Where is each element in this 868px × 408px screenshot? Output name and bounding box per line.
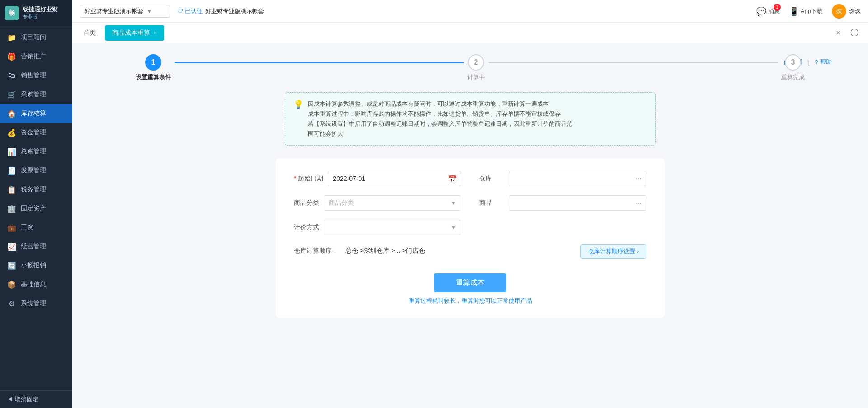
unpin-label: ◀ 取消固定	[7, 395, 38, 403]
sidebar-header: 畅 畅捷通好业财 专业版	[0, 0, 72, 26]
info-line-4: 围可能会扩大	[308, 129, 572, 139]
avatar-image: 珠	[832, 4, 846, 19]
warehouse-order-btn[interactable]: 仓库计算顺序设置 ›	[580, 244, 646, 259]
account-select[interactable]: 好业财专业版演示帐套 ▼	[80, 5, 170, 18]
more-dots-icon: ···	[636, 199, 642, 207]
pricing-label: 计价方式	[294, 223, 319, 232]
sidebar-item-project[interactable]: 📁 项目顾问	[0, 28, 72, 47]
step-1-label: 设置重算条件	[136, 73, 171, 81]
form-section: 起始日期 2022-07-01 📅 仓库 ··· 商品分类	[276, 158, 665, 318]
sidebar-item-invoice[interactable]: 🧾 发票管理	[0, 161, 72, 180]
sidebar-unpin[interactable]: ◀ 取消固定	[0, 390, 72, 408]
recalc-hint: 重算过程耗时较长，重算时您可以正常使用产品	[409, 297, 532, 305]
svg-text:珠: 珠	[836, 8, 842, 15]
tab-home-label: 首页	[83, 29, 96, 37]
sidebar-item-inventory[interactable]: 🏠 库存核算	[0, 104, 72, 123]
sidebar-item-sales[interactable]: 🛍 销售管理	[0, 66, 72, 85]
info-box: 💡 因成本计算参数调整、或是对商品成本有疑问时，可以通过成本重算功能，重新计算一…	[285, 92, 656, 146]
product-input[interactable]: ···	[509, 195, 646, 211]
user-menu[interactable]: 珠 珠珠	[832, 4, 861, 19]
form-warehouse-order-row: 仓库计算顺序： 总仓->深圳仓库->...->门店仓 仓库计算顺序设置 ›	[294, 244, 646, 259]
sidebar-item-system[interactable]: ⚙ 系统管理	[0, 294, 72, 313]
topbar-right: 💬 消息 1 📱 App下载 珠 珠珠	[756, 4, 861, 19]
step-1: 1 设置重算条件	[136, 54, 171, 81]
step-3: 3 重算完成	[781, 54, 805, 81]
content-area: 1 设置重算条件 2 计算中 3 重算完成	[72, 43, 868, 408]
recalc-button[interactable]: 重算成本	[434, 273, 506, 292]
sidebar-item-marketing[interactable]: 🎁 营销推广	[0, 47, 72, 66]
form-group-product: 商品 ···	[479, 195, 646, 211]
sidebar-item-asset[interactable]: 🏢 固定资产	[0, 199, 72, 218]
avatar: 珠	[832, 4, 846, 19]
info-line-1: 因成本计算参数调整、或是对商品成本有疑问时，可以通过成本重算功能，重新计算一遍成…	[308, 99, 572, 109]
sidebar-item-purchase[interactable]: 🛒 采购管理	[0, 85, 72, 104]
category-select[interactable]: 商品分类 ▼	[324, 195, 461, 211]
salary-icon: 💼	[7, 223, 16, 232]
sidebar-item-salary[interactable]: 💼 工资	[0, 218, 72, 237]
chevron-down-icon: ▼	[451, 224, 456, 231]
help-icon: ?	[815, 59, 818, 66]
warehouse-order-value: 总仓->深圳仓库->...->门店仓	[345, 244, 576, 255]
sidebar-item-operation[interactable]: 📈 经营管理	[0, 237, 72, 256]
sidebar-item-basic[interactable]: 📦 基础信息	[0, 275, 72, 294]
sidebar-item-finance[interactable]: 💰 资金管理	[0, 123, 72, 142]
sidebar-item-tax[interactable]: 📋 税务管理	[0, 180, 72, 199]
expand-button[interactable]: ⛶	[848, 27, 861, 39]
step-2-circle: 2	[468, 54, 484, 71]
invoice-icon: 🧾	[7, 166, 16, 175]
sidebar-nav: 📁 项目顾问 🎁 营销推广 🛍 销售管理 🛒 采购管理 🏠 库存核算 💰 资金管…	[0, 26, 72, 390]
start-date-value: 2022-07-01	[333, 175, 444, 182]
shield-icon: 🛡	[177, 8, 183, 14]
expense-icon: 🔄	[7, 261, 16, 270]
asset-icon: 🏢	[7, 204, 16, 213]
info-line-2: 成本重算过程中，影响库存账的操作均不能操作，比如进货单、销货单、库存单据不能审核…	[308, 109, 572, 119]
sidebar-item-label: 工资	[21, 223, 33, 232]
more-dots-icon: ···	[636, 175, 642, 183]
step-3-circle: 3	[785, 54, 801, 71]
system-icon: ⚙	[7, 299, 16, 308]
recalc-button-label: 重算成本	[456, 278, 485, 288]
main-area: 好业财专业版演示帐套 ▼ 🛡 已认证 好业财专业版演示帐套 💬 消息 1 📱 A…	[72, 0, 868, 408]
sidebar-item-label: 总账管理	[21, 147, 46, 156]
tabbar: 首页 商品成本重算 × × ⛶	[72, 23, 868, 43]
phone-icon: 📱	[789, 6, 799, 16]
form-group-start-date: 起始日期 2022-07-01 📅	[294, 171, 461, 186]
inventory-icon: 🏠	[7, 109, 16, 118]
marketing-icon: 🎁	[7, 52, 16, 61]
sidebar-item-label: 税务管理	[21, 185, 46, 194]
help-link[interactable]: ? 帮助	[815, 58, 832, 66]
form-group-category: 商品分类 商品分类 ▼	[294, 195, 461, 211]
start-date-input[interactable]: 2022-07-01 📅	[328, 171, 461, 186]
calendar-icon[interactable]: 📅	[448, 175, 457, 183]
project-icon: 📁	[7, 33, 16, 42]
step-3-label: 重算完成	[781, 73, 805, 81]
sidebar-item-label: 采购管理	[21, 90, 46, 99]
sidebar: 畅 畅捷通好业财 专业版 📁 项目顾问 🎁 营销推广 🛍 销售管理 🛒 采购管理…	[0, 0, 72, 408]
warehouse-order-btn-label: 仓库计算顺序设置 ›	[588, 247, 639, 256]
tab-cost-recalc[interactable]: 商品成本重算 ×	[105, 25, 164, 41]
sidebar-item-label: 小畅报销	[21, 261, 46, 270]
pricing-select[interactable]: ▼	[324, 220, 461, 235]
tab-close-icon[interactable]: ×	[154, 30, 157, 36]
message-action[interactable]: 💬 消息 1	[756, 6, 780, 16]
app-download-action[interactable]: 📱 App下载	[789, 6, 823, 16]
tab-home[interactable]: 首页	[76, 25, 103, 41]
form-group-pricing: 计价方式 ▼	[294, 220, 461, 235]
chevron-down-icon: ▼	[147, 9, 152, 14]
close-button[interactable]: ×	[832, 27, 844, 39]
step-line-2	[489, 62, 778, 63]
form-group-warehouse: 仓库 ···	[479, 171, 646, 186]
tax-icon: 📋	[7, 185, 16, 194]
warehouse-label: 仓库	[479, 175, 505, 183]
sidebar-item-accounting[interactable]: 📊 总账管理	[0, 142, 72, 161]
sidebar-item-expense[interactable]: 🔄 小畅报销	[0, 256, 72, 275]
sidebar-item-label: 经营管理	[21, 242, 46, 251]
sidebar-item-label: 发票管理	[21, 166, 46, 175]
warehouse-input[interactable]: ···	[509, 171, 646, 186]
category-label: 商品分类	[294, 199, 319, 207]
form-row-2: 商品分类 商品分类 ▼ 商品 ···	[294, 195, 646, 211]
sidebar-item-label: 基础信息	[21, 280, 46, 289]
message-icon: 💬	[756, 6, 766, 16]
verified-label: 已认证	[185, 7, 203, 15]
app-download-label: App下载	[801, 7, 823, 15]
